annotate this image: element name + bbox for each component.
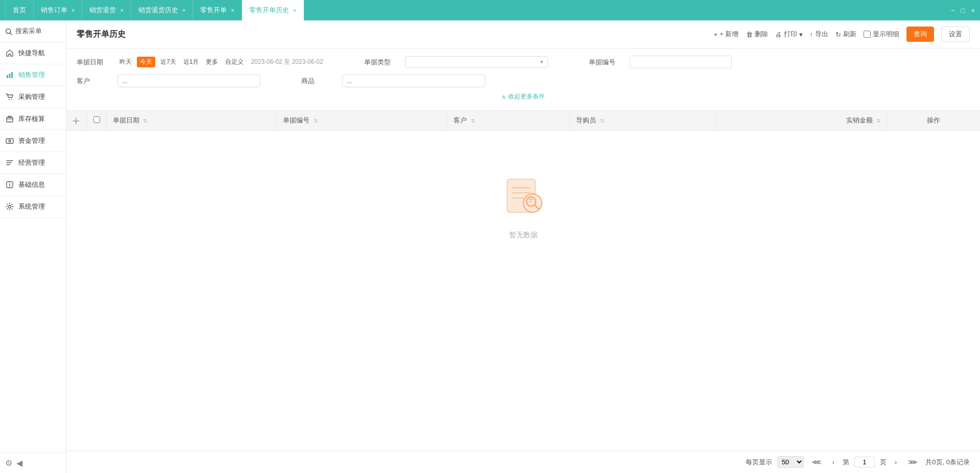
sidebar-item-basic-info[interactable]: 基础信息 <box>0 174 66 196</box>
sidebar-item-basic-info-label: 基础信息 <box>18 180 45 189</box>
date-btn-custom[interactable]: 自定义 <box>223 57 246 67</box>
sidebar-search[interactable]: 搜索采单 <box>0 20 66 42</box>
date-btn-today[interactable]: 今天 <box>137 57 155 67</box>
sidebar-collapse-btn[interactable]: ◀ <box>16 458 22 468</box>
col-amount-sort-icon: ⇅ <box>876 118 880 123</box>
sidebar-item-operations[interactable]: 经营管理 <box>0 152 66 174</box>
display-detail-toggle[interactable]: 显示明细 <box>864 30 899 39</box>
tab-sales-order[interactable]: 销售订单 × <box>34 0 82 20</box>
next-page-btn[interactable]: › <box>892 457 900 467</box>
date-btn-more[interactable]: 更多 <box>204 57 220 67</box>
tab-retail-history-close[interactable]: × <box>293 7 296 13</box>
sidebar-item-quick-nav[interactable]: 快捷导航 <box>0 42 66 64</box>
sidebar-item-purchase[interactable]: 采购管理 <box>0 86 66 108</box>
add-label: + 新增 <box>720 30 738 39</box>
last-page-btn[interactable]: ⋙ <box>905 457 920 467</box>
sidebar-item-finance[interactable]: 资金管理 <box>0 130 66 152</box>
sidebar-search-label: 搜索采单 <box>15 27 42 36</box>
col-number-label: 单据编号 <box>283 116 309 124</box>
table-header-row: 单据日期 ⇅ 单据编号 ⇅ 客户 ⇅ 导购员 ⇅ <box>66 111 980 131</box>
refresh-button[interactable]: ↻ 刷新 <box>835 30 856 39</box>
empty-illustration <box>498 171 549 222</box>
top-bar: 首页 销售订单 × 销货退货 × 销货退货历史 × 零售开单 × 零售开单历史 … <box>0 0 980 20</box>
per-page-select[interactable]: 20 50 100 <box>777 456 804 468</box>
print-button[interactable]: 🖨 打印 ▾ <box>775 30 803 39</box>
date-btn-1month[interactable]: 近1月 <box>181 57 201 67</box>
type-filter-label: 单据类型 <box>364 58 395 67</box>
per-page-label: 每页显示 <box>746 458 772 467</box>
page-input[interactable] <box>854 457 875 467</box>
settings-button[interactable]: 设置 <box>941 27 970 42</box>
data-table: 单据日期 ⇅ 单据编号 ⇅ 客户 ⇅ 导购员 ⇅ <box>66 111 980 131</box>
tab-retail-order-label: 零售开单 <box>200 6 227 15</box>
select-all-checkbox[interactable] <box>93 116 100 123</box>
export-label: 导出 <box>815 30 828 39</box>
tab-return-history[interactable]: 销货退货历史 × <box>131 0 193 20</box>
col-customer-label: 客户 <box>453 116 467 124</box>
prev-page-btn[interactable]: ‹ <box>829 457 838 467</box>
window-min-btn[interactable]: − <box>951 7 955 14</box>
delete-button[interactable]: 🗑 删除 <box>746 30 768 39</box>
add-button[interactable]: + + 新增 <box>714 30 739 39</box>
export-icon: ↑ <box>810 31 814 38</box>
display-detail-label: 显示明细 <box>873 30 899 39</box>
tab-home-label: 首页 <box>13 6 26 15</box>
sidebar-item-sales[interactable]: 销售管理 <box>0 64 66 86</box>
number-filter-input[interactable] <box>630 56 732 68</box>
date-filter-buttons: 昨天 今天 近7天 近1月 更多 自定义 2023-06-02 至 2023-0… <box>117 57 323 67</box>
main-layout: 搜索采单 快捷导航 销售管理 采购管理 库存核算 <box>0 20 980 473</box>
cart-icon <box>5 92 14 102</box>
tab-home[interactable]: 首页 <box>5 0 34 20</box>
col-date-label: 单据日期 <box>113 116 139 124</box>
svg-rect-2 <box>7 75 8 78</box>
type-filter-select[interactable]: ▾ <box>405 56 548 68</box>
col-date[interactable]: 单据日期 ⇅ <box>106 111 277 131</box>
col-customer[interactable]: 客户 ⇅ <box>447 111 570 131</box>
customer-filter-select[interactable]: ... <box>117 74 260 87</box>
goods-filter-label: 商品 <box>301 77 332 86</box>
svg-rect-4 <box>11 72 13 78</box>
sidebar-item-system-label: 系统管理 <box>18 202 45 211</box>
filter-row-1: 单据日期 昨天 今天 近7天 近1月 更多 自定义 2023-06-02 至 2… <box>77 56 970 68</box>
svg-rect-7 <box>7 117 13 122</box>
first-page-btn[interactable]: ⋘ <box>809 457 824 467</box>
sidebar-item-purchase-label: 采购管理 <box>18 92 45 102</box>
col-number[interactable]: 单据编号 ⇅ <box>277 111 447 131</box>
window-max-btn[interactable]: □ <box>961 7 965 14</box>
collapse-filters-btn[interactable]: ∧ 收起更多条件 <box>499 90 547 103</box>
refresh-label: 刷新 <box>843 30 856 39</box>
window-close-btn[interactable]: × <box>971 7 975 14</box>
total-info: 共0页, 0条记录 <box>925 458 970 467</box>
bar-icon <box>5 158 14 167</box>
col-amount[interactable]: 实销金额 ⇅ <box>716 111 887 131</box>
sidebar-item-system[interactable]: 系统管理 <box>0 196 66 218</box>
home-icon <box>5 48 14 58</box>
tab-return-close[interactable]: × <box>120 7 123 13</box>
svg-point-5 <box>9 99 10 100</box>
tab-return-history-label: 销货退货历史 <box>138 6 178 15</box>
tab-sales-order-close[interactable]: × <box>71 7 75 13</box>
sidebar-settings-btn[interactable]: ⚙ <box>5 458 12 468</box>
date-btn-yesterday[interactable]: 昨天 <box>117 57 134 67</box>
tab-return-history-close[interactable]: × <box>182 7 185 13</box>
col-salesperson[interactable]: 导购员 ⇅ <box>570 111 716 131</box>
sidebar-item-inventory[interactable]: 库存核算 <box>0 108 66 130</box>
table-area: 单据日期 ⇅ 单据编号 ⇅ 客户 ⇅ 导购员 ⇅ <box>66 111 980 451</box>
export-button[interactable]: ↑ 导出 <box>810 30 829 39</box>
tab-retail-history[interactable]: 零售开单历史 × <box>242 0 304 20</box>
display-detail-checkbox[interactable] <box>864 31 871 38</box>
goods-filter-select[interactable]: ... <box>342 74 485 87</box>
svg-point-6 <box>11 99 12 100</box>
col-checkbox[interactable] <box>87 111 106 131</box>
page-label: 第 <box>843 458 849 467</box>
tab-retail-order[interactable]: 零售开单 × <box>193 0 242 20</box>
chart-icon <box>5 70 14 80</box>
tab-return[interactable]: 销货退货 × <box>82 0 131 20</box>
date-btn-7days[interactable]: 近7天 <box>158 57 178 67</box>
query-button[interactable]: 查询 <box>906 27 934 42</box>
svg-rect-3 <box>9 73 11 78</box>
tab-retail-order-close[interactable]: × <box>231 7 234 13</box>
svg-point-16 <box>9 183 10 184</box>
sidebar-item-sales-label: 销售管理 <box>18 70 45 80</box>
col-settings[interactable] <box>66 111 87 131</box>
